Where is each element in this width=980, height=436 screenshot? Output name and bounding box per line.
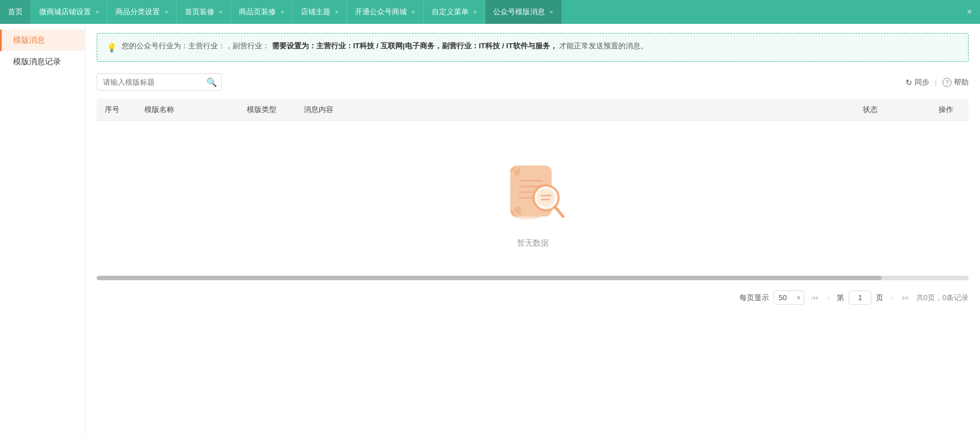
toolbar-right: ↻ 同步 | ? 帮助: [905, 77, 969, 88]
close-store-theme[interactable]: ×: [335, 9, 338, 15]
nav-tab-store-settings[interactable]: 微商城店铺设置 ×: [31, 0, 107, 24]
sync-label: 同步: [915, 77, 929, 88]
pagination: 每页显示 10 20 50 100 ∨ ⏮ ‹ 第 页 › ⏭ 共0页，0条记录: [97, 288, 969, 305]
main-layout: 模版消息 模版消息记录 💡 您的公众号行业为：主营行业：，副营行业： 需要设置为…: [0, 24, 980, 436]
nav-tab-home[interactable]: 首页: [0, 0, 31, 24]
sidebar-item-template-msg-record[interactable]: 模版消息记录: [0, 51, 85, 73]
nav-tab-product-decorate-label: 商品页装修: [239, 7, 276, 17]
search-input-wrapper: 🔍: [97, 73, 222, 91]
nav-tab-custom-menu-label: 自定义菜单: [432, 7, 469, 17]
nav-tab-store-theme[interactable]: 店铺主题 ×: [293, 0, 347, 24]
nav-tab-home-decorate-label: 首页装修: [185, 7, 214, 17]
nav-tab-template-msg-label: 公众号模版消息: [493, 7, 545, 17]
content-area: 💡 您的公众号行业为：主营行业：，副营行业： 需要设置为：主营行业：IT科技 /…: [85, 24, 980, 436]
empty-state: 暂无数据: [97, 121, 969, 271]
page-size-label: 每页显示: [739, 293, 769, 303]
page-unit: 页: [876, 293, 883, 303]
col-header-action: 操作: [923, 99, 969, 121]
close-custom-menu[interactable]: ×: [473, 9, 477, 15]
close-open-mall[interactable]: ×: [411, 9, 415, 15]
table-header: 序号 模版名称 模版类型 消息内容 状态 操作: [97, 99, 969, 121]
nav-tab-open-mall[interactable]: 开通公众号商城 ×: [347, 0, 423, 24]
nav-tab-template-msg[interactable]: 公众号模版消息 ×: [485, 0, 561, 24]
prev-page-button[interactable]: ‹: [825, 292, 832, 303]
notice-highlight: 需要设置为：主营行业：IT科技 / 互联网|电子商务，副营行业：IT科技 / I…: [272, 41, 557, 50]
page-input[interactable]: [849, 290, 871, 305]
close-template-msg[interactable]: ×: [549, 9, 553, 15]
search-bar: 🔍 ↻ 同步 | ? 帮助: [97, 73, 969, 91]
search-button[interactable]: 🔍: [206, 77, 217, 88]
empty-state-icon: [496, 155, 570, 229]
nav-tab-open-mall-label: 开通公众号商城: [355, 7, 407, 17]
close-store-settings[interactable]: ×: [96, 9, 99, 15]
nav-tab-custom-menu[interactable]: 自定义菜单 ×: [424, 0, 485, 24]
data-table: 序号 模版名称 模版类型 消息内容 状态 操作: [97, 99, 969, 271]
svg-point-6: [537, 189, 555, 207]
col-header-index: 序号: [97, 99, 137, 121]
col-header-type: 模版类型: [239, 99, 296, 121]
nav-tab-product-category[interactable]: 商品分类设置 ×: [107, 0, 176, 24]
close-home-decorate[interactable]: ×: [219, 9, 222, 15]
nav-tab-store-theme-label: 店铺主题: [301, 7, 330, 17]
sidebar-item-template-msg-label: 模版消息: [13, 35, 45, 44]
nav-tab-home-decorate[interactable]: 首页装修 ×: [177, 0, 231, 24]
nav-tab-home-label: 首页: [8, 7, 23, 17]
search-input[interactable]: [97, 73, 222, 91]
col-header-content: 消息内容: [296, 99, 855, 121]
sidebar: 模版消息 模版消息记录: [0, 24, 85, 436]
col-header-status: 状态: [855, 99, 923, 121]
notice-box: 💡 您的公众号行业为：主营行业：，副营行业： 需要设置为：主营行业：IT科技 /…: [97, 33, 969, 62]
svg-line-7: [555, 207, 563, 217]
scrollbar-track[interactable]: [97, 276, 969, 280]
page-size-select[interactable]: 10 20 50 100: [774, 290, 804, 305]
scrollbar-thumb: [97, 276, 882, 280]
nav-tab-product-decorate[interactable]: 商品页装修 ×: [231, 0, 292, 24]
sidebar-item-template-msg[interactable]: 模版消息: [0, 30, 85, 51]
sync-icon: ↻: [905, 78, 912, 87]
notice-suffix: 才能正常发送预置的消息。: [559, 41, 648, 50]
notice-icon: 💡: [106, 41, 117, 55]
top-nav: 首页 微商城店铺设置 × 商品分类设置 × 首页装修 × 商品页装修 × 店铺主…: [0, 0, 980, 24]
close-product-decorate[interactable]: ×: [280, 9, 284, 15]
last-page-button[interactable]: ⏭: [900, 292, 912, 303]
page-size-wrapper: 10 20 50 100 ∨: [774, 290, 804, 305]
help-button[interactable]: ? 帮助: [942, 77, 969, 88]
close-product-category[interactable]: ×: [164, 9, 168, 15]
search-icon: 🔍: [206, 77, 217, 87]
help-label: 帮助: [954, 77, 969, 88]
nav-tab-store-settings-label: 微商城店铺设置: [39, 7, 91, 17]
total-info: 共0页，0条记录: [916, 293, 969, 303]
col-header-name: 模版名称: [137, 99, 239, 121]
help-icon: ?: [942, 78, 952, 87]
first-page-button[interactable]: ⏮: [809, 292, 821, 303]
sidebar-item-template-msg-record-label: 模版消息记录: [13, 57, 61, 66]
sync-button[interactable]: ↻ 同步: [905, 77, 929, 88]
nav-tab-product-category-label: 商品分类设置: [115, 7, 160, 17]
toolbar-divider: |: [935, 78, 937, 86]
next-page-button[interactable]: ›: [888, 292, 895, 303]
table-body: 暂无数据: [97, 121, 969, 272]
page-label: 第: [837, 293, 844, 303]
close-all-tabs[interactable]: ×: [959, 7, 980, 17]
empty-text: 暂无数据: [517, 238, 549, 248]
notice-prefix: 您的公众号行业为：主营行业：，副营行业：: [122, 41, 270, 50]
